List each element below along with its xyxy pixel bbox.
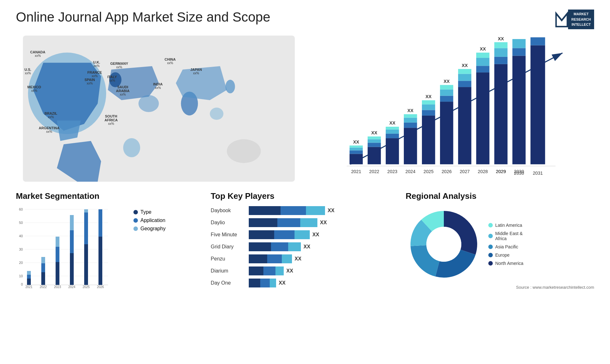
player-row: Diarium XX: [211, 266, 399, 275]
bar-seg1: [249, 206, 281, 215]
player-value: XX: [286, 268, 293, 274]
svg-rect-24: [386, 138, 399, 164]
svg-rect-36: [422, 115, 435, 164]
player-row: Five Minute XX: [211, 230, 399, 239]
legend-geography: Geography: [133, 226, 166, 232]
svg-rect-57: [476, 52, 490, 57]
segmentation-legend: Type Application Geography: [133, 209, 166, 232]
svg-rect-113: [98, 237, 102, 285]
svg-text:50: 50: [19, 221, 23, 225]
svg-rect-96: [41, 263, 45, 272]
svg-text:2026: 2026: [97, 285, 104, 289]
svg-text:60: 60: [19, 207, 23, 211]
bar-seg1: [249, 230, 274, 239]
bar-seg1: [249, 254, 267, 263]
legend-dot: [488, 253, 493, 257]
player-bar: [249, 254, 292, 263]
svg-text:2025: 2025: [424, 169, 434, 174]
svg-rect-51: [458, 69, 471, 74]
player-bar-wrapper: XX: [249, 254, 399, 263]
svg-text:XX: XX: [371, 130, 377, 135]
svg-rect-99: [56, 262, 59, 285]
svg-text:XX: XX: [425, 94, 431, 99]
svg-text:XX: XX: [534, 36, 542, 37]
player-name: Grid Diary: [211, 244, 246, 250]
legend-app-label: Application: [140, 218, 165, 223]
svg-rect-104: [70, 230, 74, 253]
player-bar-wrapper: XX: [249, 242, 399, 251]
svg-text:2028: 2028: [478, 169, 488, 174]
player-bar-wrapper: XX: [249, 266, 399, 275]
bar-seg3: [282, 254, 292, 263]
svg-text:2022: 2022: [40, 285, 47, 289]
svg-text:2029: 2029: [496, 169, 506, 174]
player-name: Daylio: [211, 220, 246, 226]
bar-seg3: [288, 242, 301, 251]
legend-north-america: North America: [488, 261, 524, 266]
svg-rect-48: [458, 87, 471, 164]
svg-rect-63: [494, 42, 508, 48]
svg-text:XX: XX: [389, 120, 395, 125]
svg-rect-55: [476, 66, 490, 72]
svg-point-5: [123, 138, 140, 157]
bar-seg3: [275, 266, 284, 275]
bar-seg1: [249, 218, 277, 227]
bar-seg1: [249, 242, 271, 251]
bar-seg2: [267, 254, 282, 263]
player-value: XX: [320, 220, 327, 226]
player-list: Daybook XX Daylio: [211, 206, 399, 287]
svg-text:2023: 2023: [54, 285, 61, 289]
segmentation-title: Market Segmentation: [16, 191, 204, 201]
regional-title: Regional Analysis: [406, 191, 594, 201]
legend-dot: [488, 261, 493, 266]
seg-chart-svg: 60 50 40 30 20 10 0: [16, 206, 124, 289]
bar-seg3: [306, 206, 325, 215]
player-bar: [249, 266, 284, 275]
svg-text:XX: XX: [462, 63, 468, 68]
svg-point-121: [426, 227, 461, 262]
player-bar-wrapper: XX: [249, 279, 399, 287]
key-players-section: Top Key Players Daybook XX Daylio: [211, 191, 399, 290]
legend-label: North America: [495, 261, 524, 266]
svg-text:XX: XX: [353, 139, 359, 144]
svg-rect-18: [368, 147, 381, 164]
svg-rect-50: [458, 74, 471, 81]
bar-seg3: [300, 218, 317, 227]
legend-dot: [488, 234, 493, 238]
svg-rect-15: [349, 145, 363, 148]
donut-area: Latin America Middle East &Africa Asia P…: [406, 206, 594, 282]
svg-rect-68: [512, 39, 526, 48]
player-row: Penzu XX: [211, 254, 399, 263]
player-bar: [249, 242, 301, 251]
svg-rect-111: [84, 209, 88, 212]
svg-rect-25: [386, 133, 399, 138]
svg-rect-107: [84, 244, 88, 285]
player-name: Five Minute: [211, 232, 246, 238]
svg-point-4: [139, 95, 159, 112]
svg-text:2026: 2026: [442, 169, 452, 174]
svg-rect-32: [404, 118, 417, 122]
svg-rect-26: [386, 129, 399, 133]
svg-rect-30: [404, 128, 417, 164]
player-row: Grid Diary XX: [211, 242, 399, 251]
player-row: Daybook XX: [211, 206, 399, 215]
bar-seg2: [263, 266, 275, 275]
svg-rect-97: [41, 257, 45, 263]
svg-rect-31: [404, 122, 417, 127]
seg-chart-area: 60 50 40 30 20 10 0: [16, 206, 204, 289]
svg-text:2023: 2023: [387, 169, 397, 174]
svg-text:0: 0: [21, 282, 23, 286]
player-value: XX: [295, 256, 301, 262]
svg-rect-93: [27, 271, 31, 275]
top-section: CANADAxx% U.S.xx% MEXICOxx% BRAZILxx% AR…: [16, 36, 594, 182]
svg-point-9: [227, 139, 261, 163]
player-row: Day One XX: [211, 279, 399, 287]
bar-seg2: [274, 230, 295, 239]
svg-rect-33: [404, 114, 417, 118]
bar-seg3: [270, 279, 276, 287]
player-value: XX: [279, 280, 285, 286]
bar-seg2: [281, 206, 306, 215]
player-name: Penzu: [211, 256, 246, 262]
source-text: Source : www.marketresearchintellect.com: [406, 285, 594, 290]
svg-rect-37: [422, 110, 435, 116]
